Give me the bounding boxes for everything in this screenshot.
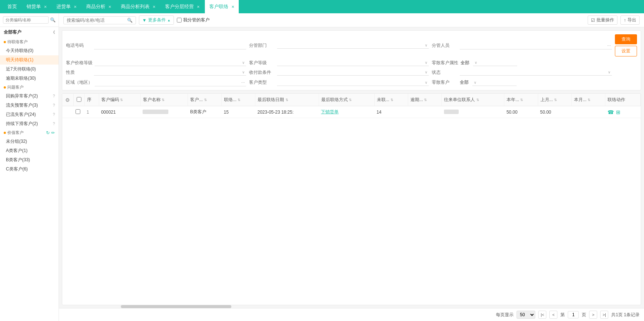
search-icon[interactable]: 🔍 [127, 18, 133, 23]
filter-dept-select[interactable]: ∨ [277, 42, 429, 49]
filter-region-select[interactable]: ··· [95, 79, 246, 86]
td-no-contact: 14 [374, 106, 408, 118]
th-type[interactable]: 客户... ⇅ [188, 94, 221, 106]
filter-retail-attr-select[interactable]: ∨ [473, 59, 517, 66]
nav-customer-tier-close[interactable]: ✕ [197, 5, 200, 9]
nav-sales-close[interactable]: ✕ [44, 5, 47, 9]
th-no-contact[interactable]: 未联... ⇅ [374, 94, 408, 106]
filter-retail-inline-label: 全部 [460, 79, 469, 86]
nav-analysis-list[interactable]: 商品分析列表 ✕ [116, 0, 160, 13]
search-input[interactable] [67, 18, 126, 23]
th-contact[interactable]: 联络... ⇅ [221, 94, 255, 106]
sidebar-search-input[interactable] [3, 16, 49, 24]
sidebar-item-repurchase[interactable]: 回购异常客户(2) ? [0, 92, 59, 101]
reset-btn[interactable]: 设置 [615, 46, 637, 56]
export-icon: ↑ [624, 18, 626, 23]
sidebar-item-class-a[interactable]: A类客户(1) [0, 146, 59, 155]
sidebar-item-unclassified[interactable]: 未分组(32) [0, 137, 59, 146]
nav-analysis-close[interactable]: ✕ [108, 5, 111, 9]
td-num: 1 [84, 106, 99, 118]
nav-analysis-list-close[interactable]: ✕ [153, 5, 155, 9]
nature-caret: ∨ [242, 70, 245, 74]
last-page-btn[interactable]: >| [600, 311, 608, 319]
filter-payment-select[interactable]: ∨ [277, 69, 429, 76]
filter-nature-select[interactable]: ∨ [94, 69, 246, 76]
sidebar-item-tomorrow[interactable]: 明天待联络(1) [0, 55, 59, 65]
nav-sales[interactable]: 销货单 ✕ [22, 0, 51, 13]
query-btn[interactable]: 查询 [615, 34, 637, 44]
select-all-checkbox[interactable] [77, 97, 81, 102]
th-this-month[interactable]: 本月... ⇅ [571, 94, 605, 106]
td-last-month: 50.00 [538, 106, 571, 118]
filter-phone-input[interactable] [94, 42, 246, 49]
value-edit-icon[interactable]: ✏ [51, 130, 55, 135]
th-last-date[interactable]: 最后联络日期 ⇅ [255, 94, 319, 106]
sidebar-item-class-c[interactable]: C类客户(6) [0, 165, 59, 174]
export-btn[interactable]: ↑ 导出 [620, 15, 640, 25]
sidebar-item-week[interactable]: 近7天待联络(0) [0, 65, 59, 74]
th-code[interactable]: 客户编码 ⇅ [99, 94, 140, 106]
filter-retail-select[interactable]: ∨ [472, 79, 517, 86]
sidebar-item-lost[interactable]: 已流失客户(24) ? [0, 110, 59, 119]
sidebar-item-class-b[interactable]: B类客户(33) [0, 155, 59, 165]
filter-customer-type-select[interactable]: ∨ [277, 79, 429, 86]
page-input[interactable] [568, 311, 579, 318]
td-unit-contact [442, 106, 504, 118]
help-icon-lost[interactable]: ? [53, 113, 55, 117]
next-page-btn[interactable]: > [589, 311, 597, 319]
help-icon-decline[interactable]: ? [53, 122, 55, 126]
table-header-row: ⚙ 序 客户编码 ⇅ 客户名称 ⇅ 客户... ⇅ 联络... ⇅ 最后联络日期… [62, 94, 641, 106]
td-checkbox[interactable] [73, 106, 84, 118]
help-icon-repurchase[interactable]: ? [53, 94, 55, 98]
th-gear[interactable]: ⚙ [62, 94, 73, 106]
filter-price-level-label: 客户价格等级 [66, 60, 92, 66]
filter-status-select[interactable]: ∨ [460, 69, 612, 76]
sidebar-all-customers[interactable]: 全部客户 《 [0, 27, 59, 38]
my-customer-label[interactable]: 我分管的客户 [177, 17, 210, 23]
nav-customer-tier[interactable]: 客户分层经营 ✕ [161, 0, 204, 13]
nav-purchase[interactable]: 进货单 ✕ [52, 0, 81, 13]
action-grid-icon[interactable]: ⊞ [616, 109, 620, 115]
toolbar-right: ☑ 批量操作 ↑ 导出 [588, 15, 640, 25]
th-last-method[interactable]: 最后联络方式 ⇅ [319, 94, 374, 106]
th-name[interactable]: 客户名称 ⇅ [140, 94, 188, 106]
first-page-btn[interactable]: |< [538, 311, 546, 319]
gear-icon[interactable]: ⚙ [65, 97, 70, 103]
per-page-select[interactable]: 50 100 200 [517, 311, 535, 319]
nav-purchase-close[interactable]: ✕ [74, 5, 77, 9]
sidebar-item-today[interactable]: 今天待联络(0) [0, 46, 59, 55]
nav-customer-contact-close[interactable]: ✕ [231, 5, 234, 9]
th-overdue[interactable]: 逾期... ⇅ [408, 94, 442, 106]
sidebar-item-lost-risk[interactable]: 流失预警客户(3) ? [0, 101, 59, 110]
sidebar-search-area: 🔍 [0, 13, 59, 27]
prev-page-btn[interactable]: < [549, 311, 557, 319]
last-method-link[interactable]: 下销货单 [321, 109, 339, 114]
my-customer-checkbox[interactable] [177, 18, 182, 23]
nav-analysis[interactable]: 商品分析 ✕ [82, 0, 116, 13]
sidebar-search-icon[interactable]: 🔍 [50, 17, 56, 23]
value-refresh-icon[interactable]: ↻ [46, 130, 50, 135]
top-nav: 首页 销货单 ✕ 进货单 ✕ 商品分析 ✕ 商品分析列表 ✕ 客户分层经营 ✕ … [0, 0, 644, 13]
scrollbar-thumb[interactable] [121, 305, 231, 308]
action-phone-icon[interactable]: ☎ [608, 109, 614, 115]
th-last-month[interactable]: 上月... ⇅ [538, 94, 571, 106]
td-code: 000021 [99, 106, 140, 118]
sidebar-item-decline[interactable]: 持续下滑客户(2) ? [0, 119, 59, 128]
row-checkbox[interactable] [76, 109, 80, 114]
sidebar-group-value: 价值客户 ↻ ✏ [0, 128, 59, 137]
filter-person-select[interactable]: ··· [460, 42, 612, 49]
help-icon-lost-risk[interactable]: ? [53, 103, 55, 107]
th-checkbox[interactable] [73, 94, 84, 106]
nav-customer-contact[interactable]: 客户联络 ✕ [205, 0, 239, 13]
filter-customer-level-select[interactable]: ∨ [277, 59, 429, 66]
th-unit-contact[interactable]: 往来单位联系人 ⇅ [442, 94, 504, 106]
th-this-year[interactable]: 本年... ⇅ [504, 94, 538, 106]
batch-ops-btn[interactable]: ☑ 批量操作 [588, 15, 617, 25]
sidebar: 🔍 全部客户 《 待联络客户 今天待联络(0) 明天待联络(1) 近7天待联络(… [0, 13, 59, 321]
sidebar-item-overdue-contact[interactable]: 逾期未联络(30) [0, 74, 59, 83]
td-last-method[interactable]: 下销货单 [319, 106, 374, 118]
filter-region-label: 区域（地区） [66, 79, 92, 86]
nav-home[interactable]: 首页 [3, 0, 21, 13]
filter-price-level-select[interactable]: ∨ [95, 59, 246, 66]
more-filter-btn[interactable]: ▼ 更多条件 ▲ [139, 15, 174, 25]
